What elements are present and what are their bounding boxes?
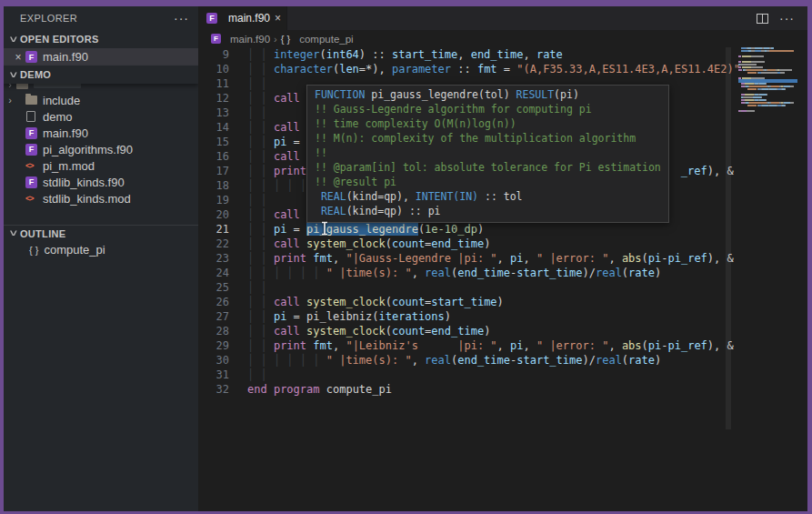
code-line-28[interactable]: 28│ │ call system_clock(count=end_time) <box>198 324 807 338</box>
code-text: │ │ print fmt, "|Leibniz's |pi: ", pi, "… <box>247 338 734 353</box>
line-number: 13 <box>198 106 247 120</box>
close-icon[interactable]: × <box>11 51 25 64</box>
tab-main-f90[interactable]: F main.f90 × <box>198 6 287 30</box>
chevron-down-icon: ˅ <box>5 35 23 45</box>
code-line-9[interactable]: 9│ │ integer(int64) :: start_time, end_t… <box>198 47 807 62</box>
open-editors-section-header[interactable]: ˅ OPEN EDITORS <box>4 30 198 48</box>
line-number: 18 <box>198 178 247 193</box>
tree-item-pi-m-mod[interactable]: <>pi_m.mod <box>4 157 198 174</box>
code-line-32[interactable]: 32end program compute_pi <box>198 382 807 397</box>
tree-item-main-f90[interactable]: Fmain.f90 <box>4 125 198 141</box>
hover-tooltip: FUNCTION pi_gauss_legendre(tol) RESULT(p… <box>306 85 669 223</box>
folder-section-header[interactable]: ˅ DEMO <box>4 66 198 84</box>
outline-item-compute_pi[interactable]: { }compute_pi <box>4 241 198 258</box>
tree-item-label: demo <box>43 110 73 124</box>
fortran-file-icon: F <box>25 127 37 139</box>
hover-row: FUNCTION pi_gauss_legendre(tol) RESULT(p… <box>315 87 661 102</box>
hover-row: !! time complexity O(M(n)log(n)) <box>315 116 661 131</box>
hover-row: !! @result pi <box>315 175 661 189</box>
line-number: 21 <box>198 222 247 237</box>
tab-close-icon[interactable]: × <box>275 12 281 25</box>
tab-label: main.f90 <box>228 12 270 25</box>
module-file-icon: <> <box>25 161 37 170</box>
line-number: 12 <box>198 91 247 106</box>
code-line-24[interactable]: 24│ │ │ │ │ │ " |time(s): ", real(end_ti… <box>198 266 807 280</box>
code-line-31[interactable]: 31│ │ <box>198 368 807 382</box>
code-text: │ │ integer(int64) :: start_time, end_ti… <box>247 47 563 62</box>
minimap-selection-highlight <box>738 79 797 83</box>
code-line-25[interactable]: 25│ │ <box>198 280 807 295</box>
fortran-file-icon: F <box>211 34 221 44</box>
hover-row: !! <box>315 146 661 160</box>
code-line-27[interactable]: 27│ │ pi = pi_leibniz(iterations) <box>198 309 807 324</box>
scrollbar[interactable] <box>726 47 731 429</box>
clipped-label <box>34 84 81 88</box>
hover-row: REAL(kind=qp) :: pi <box>315 204 661 218</box>
code-text: end program compute_pi <box>247 382 392 397</box>
breadcrumb: F main.f90 › { } compute_pi <box>198 30 807 47</box>
chevron-right-icon: › <box>4 84 16 90</box>
code-text: │ │ pi = pi_leibniz(iterations) <box>247 309 451 324</box>
tree-item-pi-algorithms-f90[interactable]: Fpi_algorithms.f90 <box>4 141 198 157</box>
line-number: 24 <box>198 266 247 280</box>
explorer-header: EXPLORER ··· <box>4 6 198 30</box>
tree-item-stdlib-kinds-f90[interactable]: Fstdlib_kinds.f90 <box>4 174 198 190</box>
fortran-file-icon: F <box>25 176 37 188</box>
namespace-icon: { } <box>281 34 290 45</box>
file-tree: › ›includedemoFmain.f90Fpi_algorithms.f9… <box>4 84 198 207</box>
outline-section-header[interactable]: ˅ OUTLINE <box>4 225 198 241</box>
line-number: 17 <box>198 164 247 178</box>
code-text: │ │ call <box>247 91 306 106</box>
mouse-cursor-ibeam-icon <box>320 221 329 237</box>
code-text: │ │ call <box>247 149 306 164</box>
code-line-10[interactable]: 10│ │ character(len=*), parameter :: fmt… <box>198 62 807 76</box>
line-number: 26 <box>198 295 247 309</box>
line-number: 32 <box>198 382 247 397</box>
code-line-26[interactable]: 26│ │ call system_clock(count=start_time… <box>198 295 807 309</box>
tree-item-stdlib-kinds-mod[interactable]: <>stdlib_kinds.mod <box>4 190 198 207</box>
editor-group: F main.f90 × ··· F main.f90 › { } comput… <box>198 6 807 511</box>
explorer-more-actions-icon[interactable]: ··· <box>174 11 189 25</box>
open-editor-item[interactable]: ×Fmain.f90 <box>4 48 198 66</box>
tree-item-label: stdlib_kinds.mod <box>43 192 131 206</box>
module-file-icon: <> <box>25 194 37 203</box>
line-number: 22 <box>198 237 247 251</box>
code-line-30[interactable]: 30│ │ │ │ │ │ " |time(s): ", real(end_ti… <box>198 353 807 368</box>
breadcrumb-file[interactable]: main.f90 <box>230 34 270 45</box>
code-text: │ │ print fmt, "|Gauss-Legendre |pi: ", … <box>247 251 734 266</box>
chevron-down-icon: ˅ <box>5 70 23 80</box>
tab-bar: F main.f90 × ··· <box>198 6 807 30</box>
tree-item-include[interactable]: ›include <box>4 92 198 108</box>
code-line-22[interactable]: 22│ │ call system_clock(count=end_time) <box>198 237 807 251</box>
hover-row: !! @param[in] tol: absolute tolerance fo… <box>315 160 661 175</box>
code-text: │ │ │ │ │ │ " |time(s): ", real(end_time… <box>247 266 661 280</box>
code-text: │ │ pi = <box>247 135 306 149</box>
file-icon <box>26 111 35 122</box>
code-editor[interactable]: 9│ │ integer(int64) :: start_time, end_t… <box>198 47 807 511</box>
code-line-23[interactable]: 23│ │ print fmt, "|Gauss-Legendre |pi: "… <box>198 251 807 266</box>
code-text: │ │ call <box>247 207 306 222</box>
code-line-21[interactable]: 21│ │ pi = pi_gauss_legendre(1e-10_dp) <box>198 222 807 237</box>
code-text: │ │ call <box>247 120 306 135</box>
line-number: 16 <box>198 149 247 164</box>
code-text: │ │ <box>247 76 267 91</box>
line-number: 30 <box>198 353 247 368</box>
tree-item-demo[interactable]: demo <box>4 108 198 125</box>
explorer-sidebar: EXPLORER ··· ˅ OPEN EDITORS ×Fmain.f90 ˅… <box>4 6 198 511</box>
line-number: 9 <box>198 47 247 62</box>
hover-row: REAL(kind=qp), INTENT(IN) :: tol <box>315 189 661 204</box>
code-text: │ │ <box>247 368 267 382</box>
breadcrumb-symbol[interactable]: compute_pi <box>299 34 353 45</box>
code-line-29[interactable]: 29│ │ print fmt, "|Leibniz's |pi: ", pi,… <box>198 338 807 353</box>
line-number: 27 <box>198 309 247 324</box>
open-editor-label: main.f90 <box>43 50 88 64</box>
split-editor-icon[interactable] <box>757 14 768 24</box>
line-number: 23 <box>198 251 247 266</box>
tree-item-clipped[interactable]: › <box>4 84 198 92</box>
minimap[interactable] <box>738 47 797 511</box>
line-number: 29 <box>198 338 247 353</box>
code-text: │ │ <box>247 106 267 120</box>
tree-item-label: pi_algorithms.f90 <box>43 143 133 156</box>
editor-more-actions-icon[interactable]: ··· <box>779 11 795 25</box>
chevron-right-icon: › <box>4 95 16 106</box>
